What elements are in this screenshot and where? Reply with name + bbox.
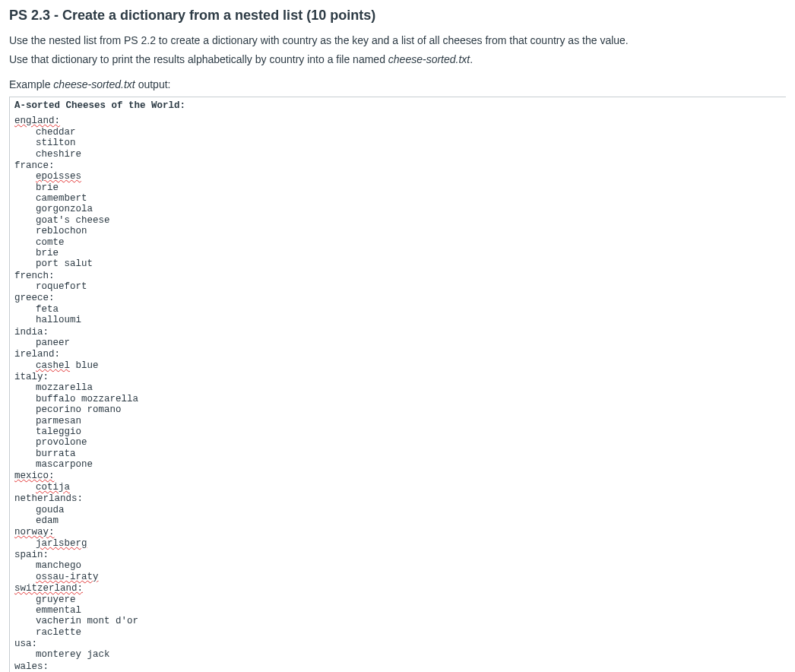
cheese-line: reblochon [14,226,781,236]
country-line: wales: [14,661,781,672]
country-line: england: [14,116,781,126]
code-output-header: A-sorted Cheeses of the World: [14,100,185,111]
country-line: india: [14,327,781,338]
assignment-document: PS 2.3 - Create a dictionary from a nest… [0,0,795,672]
country-line: switzerland: [14,583,781,594]
cheese-line: jarlsberg [14,538,781,549]
country-line: norway: [14,527,781,537]
cheese-line: epoisses [14,171,781,182]
example-label: Example cheese-sorted.txt output: [9,78,786,90]
example-filename: cheese-sorted.txt [53,78,135,90]
country-line: france: [14,160,781,171]
cheese-line: emmental [14,605,781,616]
cheese-line: roquefort [14,281,781,292]
country-line: italy: [14,372,781,382]
country-line: mexico: [14,471,781,481]
cheese-line: raclette [14,627,781,638]
description-line-2: Use that dictionary to print the results… [9,52,786,68]
cheese-line: monterey jack [14,649,781,660]
cheese-line: pecorino romano [14,404,781,415]
cheese-line: mozzarella [14,382,781,393]
cheese-line: camembert [14,193,781,204]
code-output-body: england:cheddarstiltoncheshirefrance:epo… [14,116,781,672]
country-line: usa: [14,639,781,649]
cheese-line: cheshire [14,149,781,160]
cheese-line: vacherin mont d'or [14,616,781,626]
cheese-line: brie [14,182,781,193]
cheese-line: stilton [14,138,781,148]
country-line: netherlands: [14,493,781,504]
cheese-line: comte [14,237,781,248]
description-text: Use that dictionary to print the results… [9,53,388,65]
country-line: french: [14,271,781,281]
cheese-line: goat's cheese [14,215,781,226]
cheese-line: manchego [14,560,781,571]
cheese-line: cotija [14,482,781,493]
cheese-line: paneer [14,338,781,348]
cheese-line: port salut [14,258,781,269]
cheese-line: parmesan [14,416,781,426]
cheese-line: edam [14,515,781,526]
cheese-line: gouda [14,505,781,515]
description-line-1: Use the nested list from PS 2.2 to creat… [9,33,786,49]
cheese-line: halloumi [14,315,781,325]
cheese-line: gorgonzola [14,204,781,214]
cheese-line: feta [14,304,781,315]
country-line: spain: [14,550,781,560]
cheese-line: cheddar [14,127,781,138]
cheese-line: ossau-iraty [14,572,781,582]
country-line: greece: [14,293,781,303]
example-post: output: [135,78,171,90]
cheese-line: mascarpone [14,459,781,470]
cheese-line: buffalo mozzarella [14,394,781,404]
cheese-line: taleggio [14,426,781,437]
heading: PS 2.3 - Create a dictionary from a nest… [9,8,786,24]
cheese-line: brie [14,248,781,258]
code-output-box: A-sorted Cheeses of the World: england:c… [9,97,786,672]
filename: cheese-sorted.txt [388,53,470,65]
example-pre: Example [9,78,53,90]
cheese-line: gruyere [14,594,781,605]
cheese-line: cashel blue [14,360,781,371]
cheese-line: provolone [14,437,781,448]
cheese-line: burrata [14,449,781,459]
description-text-post: . [470,53,473,65]
country-line: ireland: [14,349,781,360]
